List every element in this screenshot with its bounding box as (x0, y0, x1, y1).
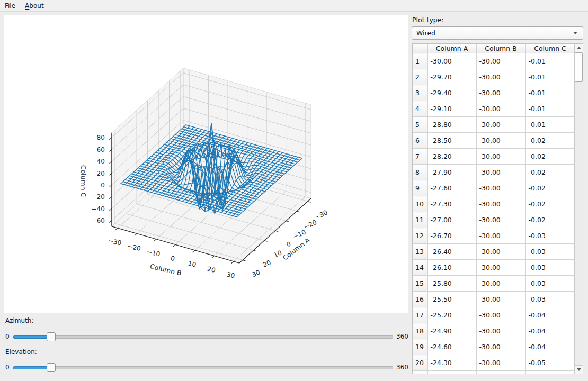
cell-column-c[interactable]: -0.02 (525, 133, 575, 149)
cell-column-c[interactable]: -0.03 (525, 244, 575, 260)
cell-column-c[interactable]: -0.02 (525, 196, 575, 212)
cell-column-a[interactable]: -29.10 (427, 101, 476, 117)
row-number[interactable]: 5 (413, 117, 427, 133)
azimuth-slider-groove[interactable] (13, 335, 393, 339)
elevation-slider[interactable]: 0 360 (13, 363, 392, 371)
cell-column-a[interactable]: -25.20 (427, 307, 476, 323)
plot-type-select[interactable]: Wired (412, 26, 583, 40)
cell-column-c[interactable]: -0.01 (525, 53, 575, 69)
row-number[interactable]: 14 (413, 260, 427, 276)
cell-column-a[interactable]: -29.40 (427, 85, 476, 101)
column-header-column-c[interactable]: Column C (525, 44, 575, 53)
cell-column-b[interactable]: -30.00 (476, 196, 525, 212)
cell-column-b[interactable]: -30.00 (476, 276, 525, 292)
cell-column-c[interactable]: -0.02 (525, 212, 575, 228)
scrollbar-thumb[interactable] (575, 52, 583, 82)
cell-column-a[interactable]: -27.60 (427, 180, 476, 196)
row-number[interactable]: 16 (413, 292, 427, 307)
cell-column-c[interactable]: -0.01 (525, 85, 575, 101)
row-number[interactable]: 19 (413, 339, 427, 355)
cell-column-b[interactable]: -30.00 (476, 117, 525, 133)
cell-column-b[interactable]: -30.00 (476, 69, 525, 85)
cell-column-b[interactable]: -30.00 (476, 339, 525, 355)
cell-column-b[interactable]: -30.00 (476, 180, 525, 196)
row-number[interactable]: 13 (413, 244, 427, 260)
elevation-slider-handle[interactable] (47, 363, 56, 372)
cell-column-a[interactable]: -26.10 (427, 260, 476, 276)
row-number[interactable]: 17 (413, 307, 427, 323)
elevation-slider-fill (13, 366, 51, 369)
cell-column-a[interactable]: -28.20 (427, 149, 476, 165)
cell-column-a[interactable]: -26.70 (427, 228, 476, 244)
cell-column-b[interactable]: -30.00 (476, 149, 525, 165)
cell-column-c[interactable]: -0.02 (525, 165, 575, 180)
cell-column-a[interactable]: -28.80 (427, 117, 476, 133)
cell-column-b[interactable]: -30.00 (476, 355, 525, 371)
cell-column-c[interactable]: -0.03 (525, 228, 575, 244)
row-number[interactable]: 15 (413, 276, 427, 292)
cell-column-a[interactable]: -27.90 (427, 165, 476, 180)
elevation-slider-groove[interactable] (13, 366, 393, 369)
cell-column-b[interactable]: -30.00 (476, 165, 525, 180)
cell-column-a[interactable]: -26.40 (427, 244, 476, 260)
cell-column-c[interactable]: -0.03 (525, 260, 575, 276)
row-number[interactable]: 8 (413, 165, 427, 180)
row-number[interactable]: 6 (413, 133, 427, 149)
azimuth-slider-handle[interactable] (47, 332, 56, 341)
row-number[interactable]: 1 (413, 53, 427, 69)
row-number[interactable]: 12 (413, 228, 427, 244)
cell-column-c[interactable]: -0.03 (525, 292, 575, 307)
cell-column-b[interactable]: -30.00 (476, 101, 525, 117)
cell-column-c[interactable]: -0.02 (525, 180, 575, 196)
row-number[interactable]: 20 (413, 355, 427, 371)
azimuth-slider[interactable]: 0 360 (13, 332, 392, 341)
cell-column-b[interactable]: -30.00 (476, 244, 525, 260)
row-number[interactable]: 2 (413, 69, 427, 85)
row-number[interactable]: 3 (413, 85, 427, 101)
cell-column-a[interactable]: -30.00 (427, 53, 476, 69)
row-number[interactable]: 18 (413, 323, 427, 339)
row-number[interactable]: 7 (413, 149, 427, 165)
cell-column-c[interactable]: -0.01 (525, 101, 575, 117)
cell-column-b[interactable]: -30.00 (476, 260, 525, 276)
corner-header[interactable] (413, 44, 427, 53)
cell-column-a[interactable]: -27.00 (427, 212, 476, 228)
row-number[interactable]: 10 (413, 196, 427, 212)
cell-column-c[interactable]: -0.05 (525, 355, 575, 371)
cell-column-c[interactable]: -0.04 (525, 339, 575, 355)
row-number[interactable]: 4 (413, 101, 427, 117)
menu-item-about[interactable]: About (20, 1, 49, 11)
menu-item-file[interactable]: File (0, 1, 20, 11)
table-scrollbar[interactable] (574, 44, 583, 374)
cell-column-a[interactable]: -24.90 (427, 323, 476, 339)
cell-column-b[interactable]: -30.00 (476, 85, 525, 101)
cell-column-c[interactable]: -0.04 (525, 323, 575, 339)
table-cell (427, 371, 476, 375)
row-number[interactable]: 11 (413, 212, 427, 228)
scroll-up-button[interactable] (575, 44, 583, 52)
cell-column-c[interactable]: -0.04 (525, 307, 575, 323)
cell-column-a[interactable]: -24.60 (427, 339, 476, 355)
cell-column-b[interactable]: -30.00 (476, 323, 525, 339)
cell-column-a[interactable]: -29.70 (427, 69, 476, 85)
row-number[interactable]: 9 (413, 180, 427, 196)
cell-column-b[interactable]: -30.00 (476, 53, 525, 69)
table-row: 20-24.30-30.00-0.05 (413, 355, 575, 371)
cell-column-a[interactable]: -27.30 (427, 196, 476, 212)
cell-column-a[interactable]: -24.30 (427, 355, 476, 371)
scroll-down-button[interactable] (575, 365, 583, 374)
cell-column-a[interactable]: -28.50 (427, 133, 476, 149)
cell-column-b[interactable]: -30.00 (476, 212, 525, 228)
cell-column-b[interactable]: -30.00 (476, 228, 525, 244)
cell-column-a[interactable]: -25.80 (427, 276, 476, 292)
cell-column-c[interactable]: -0.02 (525, 149, 575, 165)
column-header-column-b[interactable]: Column B (476, 44, 525, 53)
cell-column-c[interactable]: -0.03 (525, 276, 575, 292)
cell-column-b[interactable]: -30.00 (476, 133, 525, 149)
cell-column-c[interactable]: -0.01 (525, 117, 575, 133)
cell-column-b[interactable]: -30.00 (476, 292, 525, 307)
cell-column-b[interactable]: -30.00 (476, 307, 525, 323)
cell-column-a[interactable]: -25.50 (427, 292, 476, 307)
cell-column-c[interactable]: -0.01 (525, 69, 575, 85)
column-header-column-a[interactable]: Column A (427, 44, 476, 53)
